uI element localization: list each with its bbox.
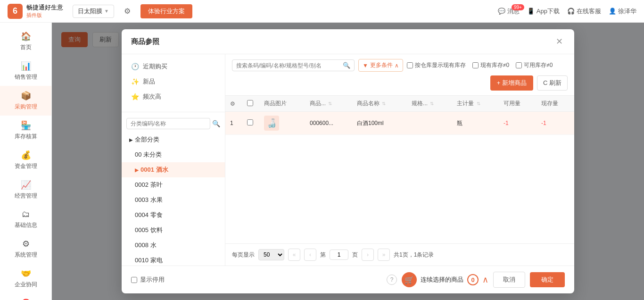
quick-item-recent[interactable]: 🕐 近期购买 — [126, 59, 220, 74]
check-current-stock[interactable]: 现有库存≠0 — [472, 61, 509, 69]
product-search-box: 🔍 — [232, 59, 355, 71]
th-settings[interactable]: ⚙ — [225, 96, 242, 112]
check-available-stock[interactable]: 可用库存≠0 — [516, 61, 553, 69]
add-product-button[interactable]: + 新增商品 — [490, 75, 533, 91]
help-icon[interactable]: ? — [387, 275, 397, 285]
product-table: ⚙ 商品图片 商品... ⇅ 商品名称 ⇅ 规格... ⇅ 主计量 ⇅ 可用量 — [225, 96, 574, 135]
th-available: 可用量 — [499, 96, 537, 112]
left-panel-collapse-button[interactable]: ‹ — [225, 150, 225, 169]
row-checkbox[interactable] — [247, 119, 253, 125]
category-item-all[interactable]: ▶ 全部分类 — [122, 132, 225, 147]
category-search-area: 🔍 — [122, 115, 225, 132]
modal-left-panel: 🕐 近期购买 ✨ 新品 ⭐ 频次高 — [122, 54, 225, 266]
messages-button[interactable]: 💬 消息 99+ — [498, 7, 520, 16]
check-warehouse-stock[interactable]: 按仓库显示现有库存 — [407, 61, 466, 69]
per-page-select[interactable]: 50 100 — [258, 249, 284, 260]
operations-icon: 📈 — [21, 180, 31, 190]
sidebar-item-operations[interactable]: 📈 经营管理 — [0, 175, 51, 205]
page-last-button[interactable]: » — [378, 249, 390, 261]
page-next-button[interactable]: › — [362, 249, 374, 261]
row-unit: 瓶 — [452, 112, 499, 135]
category-item-3[interactable]: 0003 水果 — [122, 192, 225, 208]
show-disabled-checkbox[interactable] — [131, 277, 137, 283]
message-badge: 99+ — [512, 4, 524, 10]
th-unit: 主计量 ⇅ — [452, 96, 499, 112]
checkbox-available-stock[interactable] — [516, 62, 522, 68]
user-avatar[interactable]: 👤 徐泽华 — [609, 7, 636, 16]
th-stock: 现存量 — [537, 96, 574, 112]
app-download-button[interactable]: 📱 App下载 — [527, 7, 560, 16]
checkbox-warehouse[interactable] — [407, 62, 413, 68]
modal-footer: 显示停用 ? 🛒 连续选择的商品 0 ∧ 取消 确定 — [122, 266, 574, 293]
category-search-input[interactable] — [126, 118, 210, 129]
footer-right: ? 🛒 连续选择的商品 0 ∧ 取消 确定 — [387, 272, 565, 288]
category-item-7[interactable]: 0010 家电 — [122, 253, 225, 266]
phone-icon: 📱 — [527, 8, 535, 15]
modal-body: 🕐 近期购买 ✨ 新品 ⭐ 频次高 — [122, 54, 574, 266]
guide-icon: 🎯 — [21, 298, 31, 300]
sidebar-item-sales[interactable]: 📊 销售管理 — [0, 56, 51, 86]
confirm-button[interactable]: 确定 — [530, 272, 565, 287]
product-reference-modal: 商品参照 ✕ 🕐 近期购买 ✨ 新品 — [122, 29, 574, 293]
filter-bar: 🔍 ▼ 更多条件 ∧ 按仓库显示现有库存 — [225, 54, 574, 96]
page-prev-button[interactable]: ‹ — [304, 249, 316, 261]
table-header-row: ⚙ 商品图片 商品... ⇅ 商品名称 ⇅ 规格... ⇅ 主计量 ⇅ 可用量 — [225, 96, 574, 112]
category-search-icon[interactable]: 🔍 — [212, 120, 220, 127]
main-layout: 🏠 首页 📊 销售管理 📦 采购管理 🏪 库存核算 💰 资金管理 📈 经营管理 … — [0, 23, 644, 300]
store-selector[interactable]: 日太阳膜 ▼ — [73, 5, 114, 18]
checkbox-current-stock[interactable] — [472, 62, 479, 68]
category-item-0[interactable]: 00 未分类 — [122, 147, 225, 162]
sidebar-item-base-info[interactable]: 🗂 基础信息 — [0, 205, 51, 234]
category-item-2[interactable]: 0002 茶叶 — [122, 177, 225, 192]
product-search-icon[interactable]: 🔍 — [343, 62, 350, 69]
sidebar-item-home[interactable]: 🏠 首页 — [0, 26, 51, 56]
collab-icon: 🤝 — [21, 268, 31, 279]
quick-item-new[interactable]: ✨ 新品 — [126, 74, 220, 89]
logo-text: 畅捷通好生意 插件版 — [26, 3, 63, 19]
sidebar-item-system[interactable]: ⚙ 系统管理 — [0, 234, 51, 264]
page-label: 第 — [320, 251, 326, 259]
customer-service-button[interactable]: 🎧 在线客服 — [567, 7, 601, 16]
sales-icon: 📊 — [21, 61, 31, 71]
row-spec — [407, 112, 452, 135]
row-available: -1 — [499, 112, 537, 135]
page-input[interactable] — [330, 250, 348, 260]
product-search-input[interactable] — [236, 62, 340, 69]
sidebar: 🏠 首页 📊 销售管理 📦 采购管理 🏪 库存核算 💰 资金管理 📈 经营管理 … — [0, 23, 52, 300]
trial-button[interactable]: 体验行业方案 — [140, 4, 192, 18]
page-first-button[interactable]: « — [288, 249, 300, 261]
filter-icon: ▼ — [363, 62, 368, 69]
cancel-button[interactable]: 取消 — [493, 272, 525, 288]
sidebar-item-inventory[interactable]: 🏪 库存核算 — [0, 116, 51, 145]
sidebar-item-purchase[interactable]: 📦 采购管理 — [0, 86, 51, 116]
category-item-1[interactable]: ▶ 0001 酒水 — [122, 162, 225, 177]
th-product-code: 商品... ⇅ — [305, 96, 352, 112]
cart-label: 连续选择的商品 — [421, 275, 463, 284]
modal-close-button[interactable]: ✕ — [553, 36, 565, 47]
category-item-5[interactable]: 0005 饮料 — [122, 223, 225, 238]
sidebar-item-collab[interactable]: 🤝 企业协同 — [0, 264, 51, 293]
refresh-table-button[interactable]: C 刷新 — [537, 75, 568, 91]
select-all-checkbox[interactable] — [247, 100, 253, 106]
sidebar-item-guide[interactable]: 🎯 新手引导 — [0, 293, 51, 300]
filter-action-buttons: + 新增商品 C 刷新 — [490, 75, 568, 91]
row-stock: -1 — [537, 112, 574, 135]
cart-summary: 🛒 连续选择的商品 0 ∧ — [402, 272, 488, 287]
category-item-4[interactable]: 0004 零食 — [122, 208, 225, 223]
top-nav: 6 畅捷通好生意 插件版 日太阳膜 ▼ ⚙ 体验行业方案 💬 消息 99+ 📱 … — [0, 0, 644, 23]
cart-icon[interactable]: 🛒 — [402, 272, 417, 287]
show-disabled-toggle[interactable]: 显示停用 — [131, 275, 165, 284]
sidebar-item-finance[interactable]: 💰 资金管理 — [0, 145, 51, 175]
home-icon: 🏠 — [21, 31, 31, 42]
quick-item-frequent[interactable]: ⭐ 频次高 — [126, 89, 220, 104]
modal-right-panel: 🔍 ▼ 更多条件 ∧ 按仓库显示现有库存 — [225, 54, 574, 266]
more-conditions-button[interactable]: ▼ 更多条件 ∧ — [358, 59, 403, 72]
chevron-down-icon: ▼ — [104, 8, 109, 14]
message-icon: 💬 — [498, 8, 505, 15]
category-item-6[interactable]: 0008 水 — [122, 238, 225, 253]
logo-area: 6 畅捷通好生意 插件版 — [8, 3, 63, 19]
settings-icon[interactable]: ⚙ — [120, 4, 135, 19]
clock-icon: 🕐 — [131, 63, 139, 70]
collapse-cart-icon[interactable]: ∧ — [482, 275, 488, 285]
main-content: 查询 刷新 设置 商品参照 ✕ 🕐 — [52, 23, 644, 300]
